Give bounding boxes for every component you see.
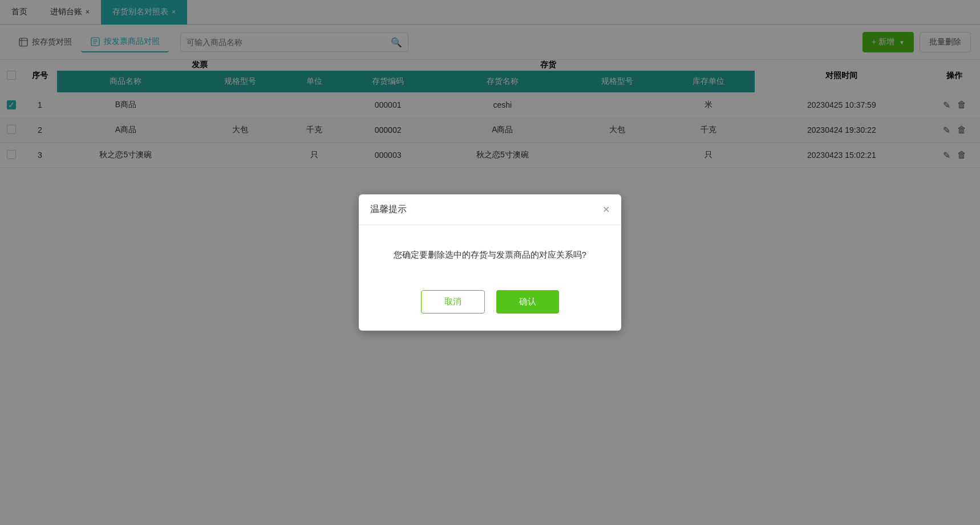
dialog-confirm-button[interactable]: 确认 xyxy=(496,290,559,314)
dialog-overlay: 温馨提示 ✕ 您确定要删除选中的存货与发票商品的对应关系吗? 取消 确认 xyxy=(0,0,980,525)
dialog-body: 您确定要删除选中的存货与发票商品的对应关系吗? xyxy=(359,225,621,279)
dialog-header: 温馨提示 ✕ xyxy=(359,194,621,225)
dialog: 温馨提示 ✕ 您确定要删除选中的存货与发票商品的对应关系吗? 取消 确认 xyxy=(359,194,621,331)
dialog-footer: 取消 确认 xyxy=(359,279,621,331)
dialog-close-icon[interactable]: ✕ xyxy=(602,204,610,215)
dialog-title: 温馨提示 xyxy=(370,204,407,215)
dialog-cancel-button[interactable]: 取消 xyxy=(421,290,485,314)
dialog-message: 您确定要删除选中的存货与发票商品的对应关系吗? xyxy=(394,250,586,259)
